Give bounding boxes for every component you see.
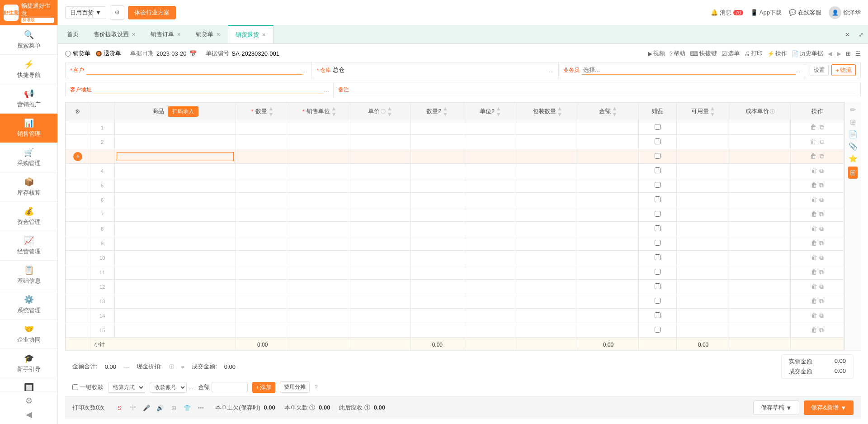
tab-sales-delivery-close[interactable]: ✕ [216, 32, 220, 38]
radio-return[interactable]: 退货单 [96, 49, 121, 57]
delete-row-button[interactable]: 🗑 [810, 296, 818, 305]
scan-button[interactable]: 扫码录入 [168, 106, 198, 117]
product-input[interactable] [117, 124, 234, 131]
view-list-button[interactable]: ☰ [855, 50, 861, 57]
copy-row-button[interactable]: ⧉ [818, 224, 825, 233]
save-draft-button[interactable]: 保存草稿 ▼ [753, 400, 800, 415]
toolbar-icon-shirt[interactable]: 👕 [182, 402, 193, 413]
settings-button[interactable]: 设置 [810, 65, 829, 76]
tab-price-settings[interactable]: 售价提取设置 ✕ [86, 26, 143, 43]
shortcuts-link[interactable]: ⌨ 快捷键 [690, 49, 717, 57]
sidebar-item-purchase[interactable]: 🛒 采购管理 [0, 143, 57, 172]
delete-row-button[interactable]: 🗑 [810, 238, 818, 248]
topbar-settings-button[interactable]: ⚙ [110, 5, 124, 20]
account-dots[interactable]: ... [189, 384, 193, 391]
delete-row-button[interactable]: 🗑 [810, 311, 818, 320]
add-payment-button[interactable]: + 添加 [252, 382, 276, 393]
select-link[interactable]: ☑ 选单 [722, 49, 740, 57]
gift-checkbox[interactable] [655, 182, 660, 188]
category-select[interactable]: 日用百货 ▼ [65, 6, 106, 19]
delete-row-button[interactable]: 🗑 [809, 123, 817, 132]
operate-link[interactable]: ⚡ 操作 [767, 49, 787, 57]
warehouse-dots[interactable]: ... [549, 67, 554, 74]
salesperson-dots[interactable]: ... [796, 67, 801, 74]
sidebar-item-finance[interactable]: 💰 资金管理 [0, 202, 57, 231]
customer-dots[interactable]: ... [302, 67, 307, 74]
gift-checkbox[interactable] [655, 254, 660, 260]
gift-checkbox[interactable] [655, 138, 660, 144]
app-download-button[interactable]: 📱 App下载 [750, 9, 782, 17]
copy-row-button[interactable]: ⧉ [818, 311, 825, 320]
amount-input[interactable] [212, 382, 248, 392]
delete-row-button[interactable]: 🗑 [810, 267, 818, 276]
row-unit2-active[interactable] [464, 149, 517, 164]
row-unit2[interactable] [464, 120, 517, 135]
tab-sales-return[interactable]: 销货退货 ✕ [228, 25, 274, 43]
gift-checkbox[interactable] [655, 167, 660, 173]
sidebar-item-basic[interactable]: 📋 基础信息 [0, 261, 57, 290]
gift-checkbox[interactable] [655, 327, 660, 333]
gear-icon[interactable]: ⚙ [75, 108, 80, 115]
copy-row-button[interactable]: ⧉ [819, 152, 825, 161]
copy-row-button[interactable]: ⧉ [818, 210, 825, 219]
experience-button[interactable]: 体验行业方案 [128, 6, 176, 19]
row-qty2-active[interactable] [411, 149, 464, 164]
salesperson-input[interactable] [581, 66, 796, 75]
panel-home-icon[interactable]: ⊞ [848, 167, 858, 179]
logistics-button[interactable]: + 物流 [831, 64, 856, 76]
delete-row-button[interactable]: 🗑 [810, 195, 818, 204]
tab-sales-delivery[interactable]: 销货单 ✕ [189, 26, 228, 43]
sidebar-item-operation[interactable]: 📈 经营管理 [0, 231, 57, 261]
sidebar-item-inventory[interactable]: 📦 库存核算 [0, 172, 57, 202]
row-qty2[interactable] [411, 135, 464, 149]
panel-doc-icon[interactable]: 📄 [849, 130, 858, 138]
print-link[interactable]: 🖨 打印 [744, 49, 763, 57]
gift-checkbox[interactable] [655, 225, 660, 231]
delete-row-button[interactable]: 🗑 [810, 181, 818, 190]
row-qty2[interactable] [411, 120, 464, 135]
row-unit2[interactable] [464, 135, 517, 149]
gift-checkbox[interactable] [655, 298, 660, 304]
view-card-button[interactable]: ⊞ [846, 50, 851, 57]
row-qty[interactable] [236, 135, 289, 149]
video-link[interactable]: ▶ 视频 [648, 49, 665, 57]
copy-row-button[interactable]: ⧉ [818, 267, 825, 277]
account-select[interactable]: 收款账号 [150, 382, 187, 393]
toolbar-icon-voice[interactable]: 🔊 [155, 402, 165, 413]
nav-next-icon[interactable]: ▶ [837, 50, 841, 57]
radio-return-input[interactable] [96, 51, 102, 57]
notifications-button[interactable]: 🔔 消息 70 [711, 9, 743, 17]
history-link[interactable]: 📄 历史单据 [792, 49, 823, 57]
one-click-payment-checkbox[interactable]: 一键收款 [72, 383, 104, 391]
row-price[interactable] [350, 120, 410, 135]
sidebar-item-enterprise[interactable]: 🤝 企业协同 [0, 319, 57, 349]
panel-edit-icon[interactable]: ✏ [850, 105, 856, 114]
save-new-button[interactable]: 保存&新增 ▼ [804, 400, 854, 415]
gift-checkbox[interactable] [655, 153, 660, 159]
row-product[interactable] [114, 135, 236, 149]
sidebar-item-system[interactable]: ⚙️ 系统管理 [0, 290, 57, 319]
delete-row-button[interactable]: 🗑 [810, 282, 818, 291]
collapse-icon[interactable]: ◀ [26, 410, 32, 419]
panel-attachment-icon[interactable]: 📎 [849, 142, 858, 151]
help-link[interactable]: ? 帮助 [670, 49, 685, 57]
radio-delivery-input[interactable] [65, 51, 71, 57]
row-product[interactable] [114, 120, 236, 135]
calendar-icon[interactable]: 📅 [189, 50, 197, 57]
one-click-checkbox-input[interactable] [72, 384, 78, 390]
copy-row-button[interactable]: ⧉ [818, 195, 825, 205]
panel-table-icon[interactable]: ⊞ [850, 118, 856, 126]
nav-prev-icon[interactable]: ◀ [828, 50, 832, 57]
toolbar-icon-more[interactable]: ••• [195, 402, 206, 413]
address-input[interactable] [94, 85, 324, 94]
gift-checkbox[interactable] [655, 196, 660, 202]
customer-input[interactable] [86, 66, 302, 75]
gift-checkbox[interactable] [655, 312, 660, 318]
row-avail-active[interactable] [677, 149, 730, 164]
row-unit[interactable] [289, 120, 350, 135]
delete-row-button[interactable]: 🗑 [810, 253, 818, 262]
gift-checkbox[interactable] [655, 124, 660, 130]
row-amount-active[interactable] [578, 149, 638, 164]
delete-row-button[interactable]: 🗑 [810, 166, 818, 175]
user-menu[interactable]: 👤 徐泽华 [829, 6, 861, 19]
